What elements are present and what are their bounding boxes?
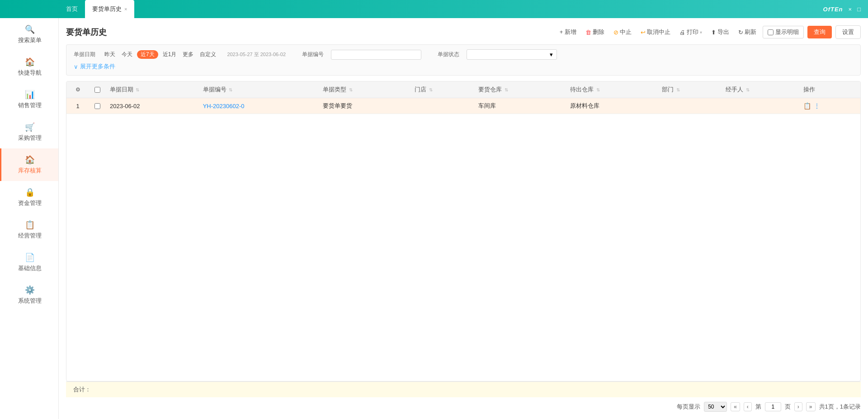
col-header-pending-warehouse[interactable]: 待出仓库 ⇅	[566, 81, 657, 98]
date-btn-yesterday[interactable]: 昨天	[103, 50, 117, 59]
row-idx: 1	[66, 98, 89, 114]
col-check	[89, 81, 105, 98]
page-input[interactable]	[765, 402, 781, 411]
col-header-doc-type[interactable]: 单据类型 ⇅	[318, 81, 410, 98]
select-all-checkbox[interactable]	[94, 87, 100, 93]
prev-page-btn[interactable]: ‹	[744, 402, 752, 411]
sidebar-item-system-mgmt[interactable]: ⚙️ 系统管理	[0, 279, 58, 311]
sidebar-item-sales-mgmt[interactable]: 📊 销售管理	[0, 83, 58, 116]
operations-mgmt-icon: 📋	[25, 220, 35, 230]
col-header-dept[interactable]: 部门 ⇅	[657, 81, 721, 98]
sidebar-item-purchase-mgmt[interactable]: 🛒 采购管理	[0, 116, 58, 148]
doc-status-label: 单据状态	[438, 51, 459, 58]
date-btn-7days[interactable]: 近7天	[137, 50, 158, 59]
settings-btn[interactable]: 设置	[835, 25, 861, 39]
pagination: 每页显示 50 10 20 100 « ‹ 第 页 › » 共1页，1条记录	[66, 397, 861, 412]
display-detail-btn[interactable]: 显示明细	[763, 26, 804, 38]
doc-no-input[interactable]	[331, 50, 421, 60]
col-setting[interactable]: ⚙	[66, 81, 89, 98]
expand-more-btn[interactable]: ∨ 展开更多条件	[74, 62, 853, 71]
top-nav: 首页 要货单历史 × OfTEn × □	[0, 0, 868, 18]
refresh-btn[interactable]: ↻ 刷新	[736, 27, 759, 38]
date-btn-custom[interactable]: 自定义	[198, 50, 218, 59]
table-header-row: ⚙ 单据日期 ⇅ 单据编号 ⇅	[66, 81, 860, 98]
sort-icon-doc-type: ⇅	[349, 87, 353, 92]
col-header-handler[interactable]: 经手人 ⇅	[721, 81, 799, 98]
col-header-store[interactable]: 门店 ⇅	[410, 81, 474, 98]
row-handler	[721, 98, 799, 114]
page-title: 要货单历史	[66, 27, 107, 38]
sidebar-label-purchase-mgmt: 采购管理	[18, 134, 42, 142]
sidebar-label-basic-info: 基础信息	[18, 264, 42, 272]
toolbar: + 新增 🗑 删除 ⊘ 中止 ↩ 取消中止 🖨 打印 ▾	[557, 25, 861, 39]
sort-icon-store: ⇅	[429, 87, 433, 92]
date-btn-today[interactable]: 今天	[120, 50, 134, 59]
sidebar-label-search-menu: 搜索菜单	[18, 36, 42, 44]
sidebar-item-search-menu[interactable]: 🔍 搜索菜单	[0, 18, 58, 51]
query-btn[interactable]: 查询	[807, 26, 832, 38]
new-btn[interactable]: + 新增	[557, 27, 579, 38]
content-area: 要货单历史 + 新增 🗑 删除 ⊘ 中止 ↩ 取消中止 🖨	[59, 18, 868, 419]
top-nav-right: OfTEn × □	[823, 6, 868, 13]
row-more-btn[interactable]: ⋮	[814, 102, 820, 110]
row-store	[410, 98, 474, 114]
row-actions: 📋 ⋮	[799, 98, 860, 114]
total-info: 共1页，1条记录	[819, 403, 861, 411]
page-size-select[interactable]: 50 10 20 100	[704, 402, 727, 412]
sidebar-label-quick-nav: 快捷导航	[18, 69, 42, 77]
sidebar-item-inventory-calc[interactable]: 🏠 库存核算	[0, 148, 58, 181]
table-row: 1 2023-06-02 YH-20230602-0	[66, 98, 860, 114]
row-doc-type: 要货单要货	[318, 98, 410, 114]
row-doc-date: 2023-06-02	[105, 98, 198, 114]
row-checkbox[interactable]	[94, 103, 100, 109]
window-maximize-btn[interactable]: □	[857, 6, 861, 13]
doc-status-select[interactable]: ▾	[467, 49, 557, 60]
system-mgmt-icon: ⚙️	[25, 285, 35, 295]
col-header-req-warehouse[interactable]: 要货仓库 ⇅	[474, 81, 566, 98]
purchase-mgmt-icon: 🛒	[25, 122, 35, 132]
date-btn-1month[interactable]: 近1月	[161, 50, 179, 59]
row-doc-no-link[interactable]: YH-20230602-0	[203, 103, 245, 110]
row-check	[89, 98, 105, 114]
sidebar-label-sales-mgmt: 销售管理	[18, 101, 42, 110]
page-title-row: 要货单历史 + 新增 🗑 删除 ⊘ 中止 ↩ 取消中止 🖨	[66, 25, 861, 39]
sidebar-item-quick-nav[interactable]: 🏠 快捷导航	[0, 51, 58, 83]
filter-area: 单据日期 昨天 今天 近7天 近1月 更多 自定义 2023-05-27 至 2…	[66, 44, 861, 76]
last-page-btn[interactable]: »	[806, 402, 816, 411]
table-container: ⚙ 单据日期 ⇅ 单据编号 ⇅	[66, 81, 861, 381]
tab-home[interactable]: 首页	[59, 0, 85, 18]
col-header-actions: 操作	[799, 81, 860, 98]
summary-row: 合计：	[66, 381, 861, 397]
doc-no-label: 单据编号	[302, 51, 324, 58]
print-btn[interactable]: 🖨 打印 ▾	[677, 27, 705, 38]
window-close-btn[interactable]: ×	[849, 6, 852, 13]
row-edit-btn[interactable]: 📋	[803, 102, 811, 110]
date-range-display: 2023-05-27 至 2023-06-02	[227, 51, 286, 58]
cancel-stop-btn[interactable]: ↩ 取消中止	[638, 27, 673, 38]
sort-icon-dept: ⇅	[676, 87, 680, 92]
col-header-doc-no[interactable]: 单据编号 ⇅	[198, 81, 319, 98]
col-header-doc-date[interactable]: 单据日期 ⇅	[105, 81, 198, 98]
data-table: ⚙ 单据日期 ⇅ 单据编号 ⇅	[66, 81, 860, 114]
display-detail-checkbox[interactable]	[768, 29, 774, 35]
tab-requisition-history[interactable]: 要货单历史 ×	[85, 0, 134, 18]
sidebar-label-operations-mgmt: 经营管理	[18, 232, 42, 240]
sales-mgmt-icon: 📊	[25, 90, 35, 100]
sidebar: 🔍 搜索菜单 🏠 快捷导航 📊 销售管理 🛒 采购管理 🏠 库存核算 🔒 资金管…	[0, 18, 59, 419]
page-suffix: 页	[785, 403, 791, 411]
sidebar-item-finance-mgmt[interactable]: 🔒 资金管理	[0, 181, 58, 214]
export-btn[interactable]: ⬆ 导出	[708, 27, 732, 38]
sidebar-item-basic-info[interactable]: 📄 基础信息	[0, 246, 58, 279]
row-pending-warehouse: 原材料仓库	[566, 98, 657, 114]
close-tab-btn[interactable]: ×	[124, 6, 127, 12]
quick-nav-icon: 🏠	[25, 57, 35, 67]
next-page-btn[interactable]: ›	[794, 402, 802, 411]
sort-icon-doc-no: ⇅	[229, 87, 232, 92]
first-page-btn[interactable]: «	[731, 402, 740, 411]
date-btn-more[interactable]: 更多	[181, 50, 195, 59]
delete-btn[interactable]: 🗑 删除	[583, 27, 607, 38]
stop-btn[interactable]: ⊘ 中止	[611, 27, 634, 38]
search-menu-icon: 🔍	[25, 24, 35, 34]
sidebar-item-operations-mgmt[interactable]: 📋 经营管理	[0, 214, 58, 246]
sort-icon-req-warehouse: ⇅	[505, 87, 508, 92]
